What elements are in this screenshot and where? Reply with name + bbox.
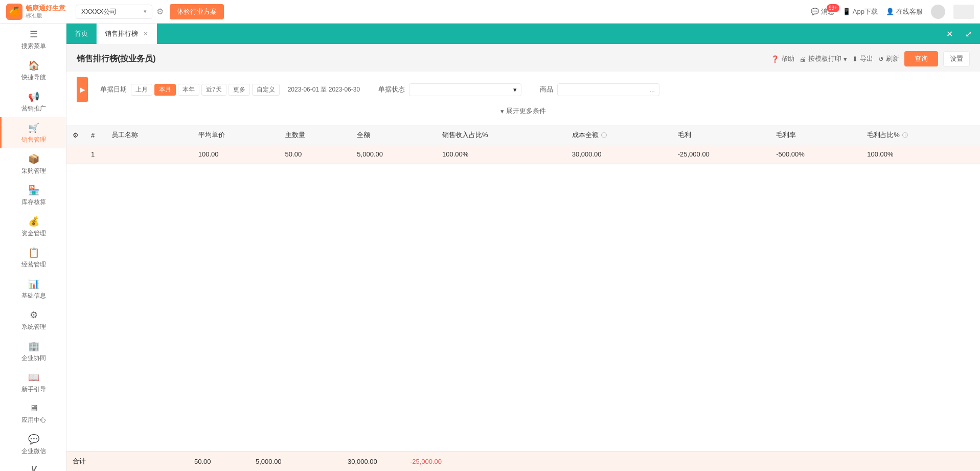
sidebar-item-app-center[interactable]: 🖥 应用中心 bbox=[0, 398, 66, 429]
basic-info-icon: 📊 bbox=[28, 278, 39, 289]
date-btn-last-month[interactable]: 上月 bbox=[131, 84, 152, 96]
date-btn-this-month[interactable]: 本月 bbox=[154, 84, 176, 96]
service-icon: 👤 bbox=[886, 8, 894, 15]
logo-title: 畅康通好生意 bbox=[26, 4, 65, 12]
date-range-buttons: 上月 本月 本年 近7天 更多 自定义 bbox=[131, 84, 280, 96]
th-settings[interactable]: ⚙ bbox=[66, 125, 85, 145]
date-btn-more[interactable]: 更多 bbox=[229, 84, 250, 96]
message-badge: 99+ bbox=[827, 4, 839, 12]
nav-expand-button[interactable]: ⤢ bbox=[961, 29, 976, 39]
app-download-button[interactable]: 📱 App下载 bbox=[842, 7, 878, 16]
refresh-button[interactable]: ↺ 刷新 bbox=[878, 54, 899, 63]
sidebar-item-label: 经营管理 bbox=[21, 260, 46, 269]
logo-text: 畅康通好生意 标准版 bbox=[26, 4, 65, 19]
sidebar-item-inventory[interactable]: 🏪 库存核算 bbox=[0, 180, 66, 211]
gross-pct-help-icon[interactable]: ⓘ bbox=[902, 132, 908, 138]
filter-area: ▶ 单据日期 上月 本月 本年 近7天 更多 自定义 2023-06-01 至 … bbox=[66, 72, 980, 125]
sidebar-item-label: 基础信息 bbox=[21, 291, 46, 300]
sidebar-item-enterprise[interactable]: 🏢 企业协同 bbox=[0, 335, 66, 367]
query-button[interactable]: 查询 bbox=[904, 51, 938, 66]
sidebar-item-system[interactable]: ⚙ 系统管理 bbox=[0, 304, 66, 335]
row-main-qty: 50.00 bbox=[279, 145, 351, 164]
sidebar-item-search-order[interactable]: ☰ 搜索菜单 bbox=[0, 24, 66, 55]
th-gross: 毛利 bbox=[672, 125, 770, 145]
sidebar-item-sales[interactable]: 🛒 销售管理 bbox=[0, 117, 66, 148]
sales-ranking-tab-label: 销售排行榜 bbox=[105, 29, 138, 38]
sidebar-item-member[interactable]: V 畅会员 bbox=[0, 460, 66, 471]
online-service-button[interactable]: 👤 在线客服 bbox=[886, 7, 923, 16]
date-btn-this-year[interactable]: 本年 bbox=[178, 84, 199, 96]
th-amount: 全额 bbox=[351, 125, 436, 145]
expand-more-label: 展开更多条件 bbox=[506, 106, 546, 116]
sidebar-item-guide[interactable]: 📖 新手引导 bbox=[0, 367, 66, 398]
nav-close-button[interactable]: ✕ bbox=[942, 29, 957, 39]
avatar[interactable] bbox=[931, 5, 945, 19]
home-tab-label: 首页 bbox=[75, 29, 88, 38]
goods-select[interactable]: ... bbox=[557, 83, 659, 96]
tab-home[interactable]: 首页 bbox=[66, 24, 97, 44]
footer-cost: 30,000.00 bbox=[341, 458, 383, 465]
capital-icon: 💰 bbox=[28, 216, 39, 227]
filter-arrow-button[interactable]: ▶ bbox=[77, 77, 88, 102]
sidebar-item-marketing[interactable]: 📢 营销推广 bbox=[0, 86, 66, 117]
table-body: 1 100.00 50.00 5,000.00 100.00% 30,000.0… bbox=[66, 145, 980, 164]
date-btn-custom[interactable]: 自定义 bbox=[252, 84, 280, 96]
date-filter: 单据日期 上月 本月 本年 近7天 更多 自定义 bbox=[100, 84, 280, 96]
company-selector[interactable]: XXXXX公司 ▾ bbox=[76, 5, 152, 19]
template-print-button[interactable]: 🖨 按模板打印 ▾ bbox=[800, 54, 847, 63]
row-settings bbox=[66, 145, 85, 164]
table-footer: 合计 50.00 5,000.00 30,000.00 -25,000.00 bbox=[66, 451, 980, 471]
goods-ellipsis: ... bbox=[649, 86, 655, 94]
sidebar-item-purchase[interactable]: 📦 采购管理 bbox=[0, 148, 66, 180]
page-actions: ❓ 帮助 🖨 按模板打印 ▾ ⬇ 导出 ↺ 刷新 bbox=[771, 51, 970, 66]
tab-close-icon[interactable]: ✕ bbox=[143, 30, 148, 37]
goods-filter: 商品 ... bbox=[540, 83, 659, 96]
app-center-icon: 🖥 bbox=[29, 403, 38, 414]
member-icon: V bbox=[31, 465, 37, 471]
status-label: 单据状态 bbox=[378, 85, 405, 94]
export-button[interactable]: ⬇ 导出 bbox=[852, 54, 873, 63]
sidebar-item-quick-nav[interactable]: 🏠 快捷导航 bbox=[0, 55, 66, 86]
th-avg-price: 平均单价 bbox=[192, 125, 279, 145]
cost-help-icon[interactable]: ⓘ bbox=[601, 132, 607, 138]
user-name-placeholder bbox=[953, 5, 974, 19]
status-select[interactable]: ▾ bbox=[409, 83, 521, 96]
guide-icon: 📖 bbox=[28, 372, 39, 383]
tab-sales-ranking[interactable]: 销售排行榜 ✕ bbox=[97, 24, 157, 44]
print-icon: 🖨 bbox=[800, 55, 806, 63]
table-head: ⚙ # 员工名称 平均单价 主数量 全额 销售收入占比% 成本全额 ⓘ 毛利 毛… bbox=[66, 125, 980, 145]
settings-icon[interactable]: ⚙ bbox=[156, 7, 164, 16]
logo-subtitle: 标准版 bbox=[26, 12, 65, 19]
inventory-icon: 🏪 bbox=[28, 185, 39, 196]
nav-tab-actions: ✕ ⤢ bbox=[942, 24, 980, 44]
company-name: XXXXX公司 bbox=[81, 7, 142, 16]
footer-label: 合计 bbox=[73, 457, 86, 466]
system-icon: ⚙ bbox=[30, 309, 38, 321]
th-main-qty: 主数量 bbox=[279, 125, 351, 145]
th-employee: 员工名称 bbox=[105, 125, 192, 145]
date-btn-7days[interactable]: 近7天 bbox=[201, 84, 226, 96]
sidebar-item-label: 快捷导航 bbox=[21, 73, 46, 82]
help-button[interactable]: ❓ 帮助 bbox=[771, 54, 794, 63]
expand-more-button[interactable]: ▾ 展开更多条件 bbox=[77, 102, 970, 120]
footer-main-qty: 50.00 bbox=[188, 458, 229, 465]
sidebar-item-label: 应用中心 bbox=[21, 416, 46, 424]
sidebar-item-label: 营销推广 bbox=[21, 104, 46, 113]
footer-gross: -25,000.00 bbox=[404, 458, 448, 465]
sidebar-item-capital[interactable]: 💰 资金管理 bbox=[0, 211, 66, 242]
export-icon: ⬇ bbox=[852, 55, 858, 63]
sidebar-item-label: 采购管理 bbox=[21, 167, 46, 175]
footer-amount: 5,000.00 bbox=[249, 458, 290, 465]
sidebar-item-label: 销售管理 bbox=[21, 136, 46, 144]
quick-nav-icon: 🏠 bbox=[28, 60, 39, 71]
sidebar-item-operations[interactable]: 📋 经营管理 bbox=[0, 242, 66, 273]
sidebar-item-wechat[interactable]: 💬 企业微信 bbox=[0, 429, 66, 460]
message-button[interactable]: 💬 消息 99+ bbox=[811, 7, 834, 16]
refresh-icon: ↺ bbox=[878, 55, 884, 63]
table-header-row: ⚙ # 员工名称 平均单价 主数量 全额 销售收入占比% 成本全额 ⓘ 毛利 毛… bbox=[66, 125, 980, 145]
th-gross-rate: 毛利率 bbox=[770, 125, 861, 145]
sidebar-item-basic-info[interactable]: 📊 基础信息 bbox=[0, 273, 66, 304]
settings-button[interactable]: 设置 bbox=[943, 51, 970, 66]
trial-button[interactable]: 体验行业方案 bbox=[170, 4, 224, 19]
app-icon: 📱 bbox=[842, 8, 851, 15]
